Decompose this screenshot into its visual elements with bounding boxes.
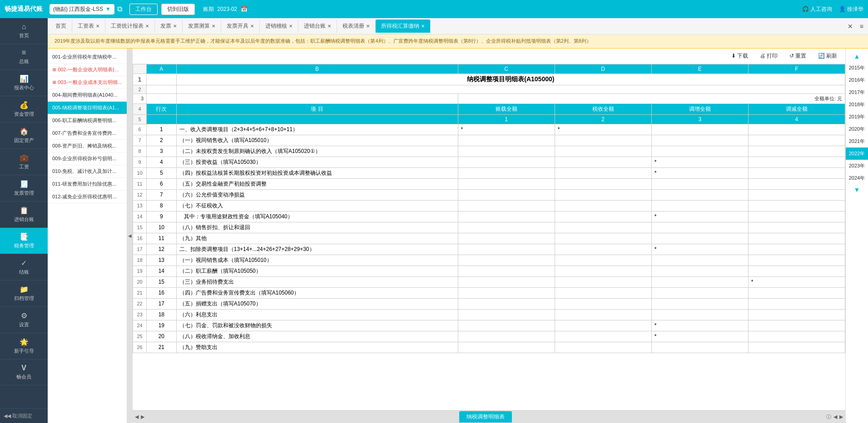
cell-10a[interactable]: 5 — [147, 167, 177, 178]
cell-19e[interactable] — [651, 266, 748, 276]
tab-close-income-tax[interactable]: ✕ — [421, 24, 425, 29]
sidebar-item-vip[interactable]: V 畅会员 — [0, 359, 48, 385]
cell-16b[interactable]: （九）其他 — [176, 233, 458, 244]
tab-invoice[interactable]: 发票 ✕ — [155, 20, 183, 33]
tab-salary[interactable]: 工资表 ✕ — [72, 20, 105, 33]
cell-23d[interactable] — [555, 309, 651, 320]
year-2021[interactable]: 2021年 — [846, 135, 868, 148]
cell-9f[interactable] — [748, 157, 845, 167]
cell-12a[interactable]: 7 — [147, 189, 177, 200]
cell-20a[interactable]: 15 — [147, 276, 177, 287]
cell-20e[interactable] — [651, 276, 748, 287]
cell-25f[interactable] — [748, 331, 845, 342]
cell-15c[interactable] — [458, 222, 555, 233]
cell-21b[interactable]: （四）广告费和业务宣传费支出（填写A105060） — [176, 287, 458, 298]
cell-3a[interactable] — [147, 93, 177, 103]
cell-23c[interactable] — [458, 309, 555, 320]
cell-10e[interactable]: * — [651, 167, 748, 178]
cell-13e[interactable] — [651, 200, 748, 211]
cell-16e[interactable] — [651, 233, 748, 244]
cell-23f[interactable] — [748, 309, 845, 320]
tab-close-salary[interactable]: ✕ — [96, 24, 99, 29]
list-item-001[interactable]: 001-企业所得税年度纳税申... — [48, 51, 127, 64]
sidebar-item-guide[interactable]: 🌟 新手引导 — [0, 333, 48, 359]
cell-17f[interactable] — [748, 244, 845, 255]
cell-18e[interactable] — [651, 255, 748, 266]
cell-14e[interactable]: * — [651, 211, 748, 222]
sidebar-item-reports[interactable]: 📊 报表中心 — [0, 70, 48, 96]
cell-13f[interactable] — [748, 200, 845, 211]
cell-12c[interactable] — [458, 189, 555, 200]
cell-20c[interactable] — [458, 276, 555, 287]
year-2023[interactable]: 2023年 — [846, 160, 868, 172]
cell-24d[interactable] — [555, 320, 651, 331]
cell-6d[interactable]: * — [555, 124, 651, 135]
cell-7e[interactable] — [651, 135, 748, 146]
unfix-button[interactable]: ◀◀ 取消固定 — [0, 408, 48, 423]
cell-17d[interactable] — [555, 244, 651, 255]
cell-11c[interactable] — [458, 178, 555, 189]
list-item-009[interactable]: 009-企业所得税弥补亏损明... — [48, 152, 127, 165]
cell-2b[interactable] — [176, 85, 845, 93]
tab-tax-table[interactable]: 税表清册 ✕ — [337, 20, 376, 33]
cell-26c[interactable] — [458, 342, 555, 353]
cell-20d[interactable] — [555, 276, 651, 287]
cell-2a[interactable] — [147, 85, 177, 93]
tab-close-all-icon[interactable]: ✕ — [845, 22, 855, 31]
cell-7a[interactable]: 2 — [147, 135, 177, 146]
cell-12e[interactable] — [651, 189, 748, 200]
cell-20f[interactable]: * — [748, 276, 845, 287]
cell-17e[interactable]: * — [651, 244, 748, 255]
year-2019[interactable]: 2019年 — [846, 111, 868, 123]
sheet-nav-left[interactable]: ◀ — [833, 414, 837, 420]
cell-9d[interactable] — [555, 157, 651, 167]
cell-11f[interactable] — [748, 178, 845, 189]
cell-8b[interactable]: （二）未按权责发生制原则确认的收入（填写A105020①） — [176, 146, 458, 157]
tab-salary-stats[interactable]: 工资统计报表 ✕ — [105, 20, 155, 33]
list-item-012[interactable]: 012-减免企业所得税优惠明细(... — [48, 191, 127, 203]
cell-12b[interactable]: （六）公允价值变动净损益 — [176, 189, 458, 200]
cell-22b[interactable]: （五）捐赠支出（填写A105070） — [176, 298, 458, 309]
cell-22a[interactable]: 17 — [147, 298, 177, 309]
cell-8c[interactable] — [458, 146, 555, 157]
cell-24c[interactable] — [458, 320, 555, 331]
list-item-002[interactable]: ⊗ 002-一般企业收入明细表(A1... — [48, 64, 127, 76]
cell-14f[interactable] — [748, 211, 845, 222]
cell-10c[interactable] — [458, 167, 555, 178]
cell-25a[interactable]: 20 — [147, 331, 177, 342]
tab-purchase-verify[interactable]: 进销稽核 ✕ — [260, 20, 298, 33]
list-item-011[interactable]: 011-研发费用加计扣除优惠... — [48, 178, 127, 191]
cell-13b[interactable]: （七）不征税收入 — [176, 200, 458, 211]
cell-3b[interactable] — [176, 93, 458, 103]
sidebar-item-settings[interactable]: ⚙ 设置 — [0, 307, 48, 333]
cell-13d[interactable] — [555, 200, 651, 211]
cell-22e[interactable] — [651, 298, 748, 309]
sheet-nav-right[interactable]: ▶ — [839, 414, 843, 420]
cell-19a[interactable]: 14 — [147, 266, 177, 276]
cell-22f[interactable] — [748, 298, 845, 309]
cell-21a[interactable]: 16 — [147, 287, 177, 298]
cell-15f[interactable] — [748, 222, 845, 233]
cell-9b[interactable]: （三）投资收益（填写A105030） — [176, 157, 458, 167]
cell-7f[interactable] — [748, 135, 845, 146]
tab-close-purchase-ledger[interactable]: ✕ — [327, 24, 331, 29]
cell-9e[interactable]: * — [651, 157, 748, 167]
list-item-005[interactable]: 005-纳税调整项目明细表(A1... — [48, 102, 127, 114]
list-item-004[interactable]: 004-期间费用明细表(A1040... — [48, 89, 127, 102]
cell-8e[interactable] — [651, 146, 748, 157]
list-item-010[interactable]: 010-免税、减计收入及加计... — [48, 165, 127, 178]
cell-21c[interactable] — [458, 287, 555, 298]
year-2015[interactable]: 2015年 — [846, 62, 868, 74]
cell-7d[interactable] — [555, 135, 651, 146]
cell-17b[interactable]: 二、扣除类调整项目（13+14+...24+26+27+28+29+30） — [176, 244, 458, 255]
cell-19b[interactable]: （二）职工薪酬（填写A105050） — [176, 266, 458, 276]
cell-9c[interactable] — [458, 157, 555, 167]
list-item-003[interactable]: ⊗ 003-一般企业成本支出明细... — [48, 76, 127, 89]
sidebar-item-home[interactable]: ⌂ 首页 — [0, 18, 48, 44]
cell-25c[interactable] — [458, 331, 555, 342]
cell-16a[interactable]: 11 — [147, 233, 177, 244]
sidebar-item-invoice[interactable]: 🧾 发票管理 — [0, 175, 48, 202]
cell-10d[interactable] — [555, 167, 651, 178]
cell-10f[interactable] — [748, 167, 845, 178]
cell-10b[interactable]: （四）按权益法核算长期股权投资对初始投资成本调整确认收益 — [176, 167, 458, 178]
